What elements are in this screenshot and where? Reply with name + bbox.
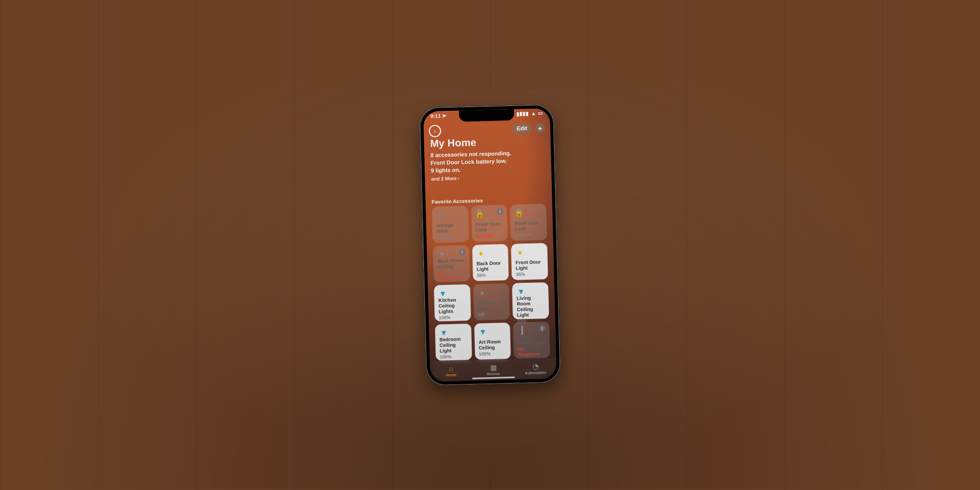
accessory-state: 35% [516,271,544,277]
accessory-state: 100% [440,354,468,359]
add-button[interactable]: + [535,123,546,134]
accessory-tile[interactable]: ●Back Door Light35% [472,244,509,281]
accessory-tile[interactable]: ●Kitchen StoveOff [473,283,510,321]
lock-icon: 🔒 [514,208,523,217]
accessory-state: Locked [476,233,504,238]
accessory-state: Off [478,311,506,317]
floor-icon: ┃ [517,326,526,335]
location-icon: ➤ [442,113,446,118]
phone-screen: 9:11 ➤ ▮▮▮▮ ▲ ▭ ⌂ Edit + My Home 8 acces… [423,108,557,382]
accessory-name: Front Door Lock [475,221,503,233]
accessory-state: No Response [437,270,465,280]
battery-icon: ▭ [538,110,543,116]
lamp-blue-icon: ▼ [478,327,487,336]
accessory-name: Back Room Ceiling [437,258,465,270]
accessory-name: Living Room Light [518,334,546,346]
alert-badge-icon: ! [497,208,503,214]
lock-icon: 🔒 [475,209,484,218]
chevron-right-icon: › [458,176,459,181]
accessory-tile[interactable]: ┃!Living Room LightNo Response [513,322,550,359]
tab-icon: ◔ [532,363,538,370]
section-title: Favorite Accessories [432,196,546,205]
tab-label: Home [446,373,456,378]
accessory-tile[interactable]: ▼Kitchen Ceiling Lights100% [434,284,471,322]
lamp-dim-icon: ▼ [437,249,446,258]
more-status-link[interactable]: and 2 More› [431,173,545,182]
accessory-tile[interactable]: ▼!Back Room CeilingNo Response [433,245,470,282]
lamp-blue-icon: ▼ [438,288,447,298]
nav-bar: ⌂ Edit + [424,122,551,137]
accessory-name: Back Door Lock [514,220,543,232]
tab-icon: ⌂ [449,365,453,372]
accessory-name: Living Room Ceiling Light [517,295,545,318]
tab-automation[interactable]: ◔Automation [514,358,557,380]
accessory-state: Closed [436,234,464,239]
accessory-name: Garage Door [436,222,464,234]
status-line[interactable]: Front Door Lock battery low. [431,156,545,167]
tab-rooms[interactable]: ▦Rooms [472,359,515,381]
status-line[interactable]: 9 lights on. [431,164,545,175]
alert-badge-icon: ! [539,325,545,331]
home-menu-icon[interactable]: ⌂ [429,125,442,137]
accessory-name: Back Door Light [476,260,504,272]
header: My Home 8 accessories not responding. Fr… [430,135,545,181]
phone-frame: 9:11 ➤ ▮▮▮▮ ▲ ▭ ⌂ Edit + My Home 8 acces… [419,104,561,386]
status-time: 9:11 ➤ [430,113,446,119]
tab-bar: ⌂Home▦Rooms◔Automation [430,358,557,382]
accessory-tile[interactable]: ▼Living Room Ceiling Light21% [512,282,549,320]
accessory-tile[interactable]: ▼Bedroom Ceiling Light100% [435,324,472,361]
accessory-name: Kitchen Ceiling Lights [438,297,467,314]
cellular-icon: ▮▮▮▮ [517,111,529,117]
bulb-on-icon: ● [476,248,485,257]
accessory-name: Art Room Ceiling [479,339,507,351]
status-line[interactable]: 8 accessories not responding. [430,149,545,159]
accessory-state: Locked [515,232,543,237]
lamp-blue-icon: ▼ [439,328,448,337]
tab-label: Rooms [487,372,500,377]
accessory-tile[interactable]: ●Front Door Light35% [511,243,548,280]
accessory-tile[interactable]: 🔒Back Door LockLocked [510,204,547,241]
notch [459,109,514,122]
accessory-state: 21% [517,318,545,324]
bulb-dim-icon: ● [477,287,486,297]
edit-button[interactable]: Edit [512,124,532,134]
accessory-tile[interactable]: ▤Garage DoorClosed [432,206,469,243]
accessory-name: Bedroom Ceiling Light [439,336,468,354]
garage-icon: ▤ [436,210,445,219]
status-bar: 9:11 ➤ ▮▮▮▮ ▲ ▭ [423,110,550,119]
accessory-grid: ▤Garage DoorClosed🔒!Front Door LockLocke… [432,204,550,361]
alert-badge-icon: ! [459,249,465,255]
wifi-icon: ▲ [531,111,536,116]
favorites-section: Favorite Accessories ▤Garage DoorClosed🔒… [432,196,550,361]
accessory-state: No Response [518,346,546,357]
page-title: My Home [430,135,545,150]
bulb-on-icon: ● [515,247,524,256]
tab-home[interactable]: ⌂Home [430,360,473,382]
accessory-name: Kitchen Stove [477,300,505,311]
lamp-blue-icon: ▼ [516,286,525,296]
accessory-state: 100% [479,351,507,356]
accessory-state: 35% [477,272,505,278]
tab-icon: ▦ [490,364,497,371]
photo-backdrop: 9:11 ➤ ▮▮▮▮ ▲ ▭ ⌂ Edit + My Home 8 acces… [0,0,980,490]
accessory-state: 100% [439,314,467,320]
accessory-tile[interactable]: 🔒!Front Door LockLocked [471,205,508,242]
accessory-tile[interactable]: ▼Art Room Ceiling100% [474,323,511,360]
accessory-name: Front Door Light [516,259,544,271]
home-indicator[interactable] [472,377,515,379]
tab-label: Automation [525,370,546,375]
